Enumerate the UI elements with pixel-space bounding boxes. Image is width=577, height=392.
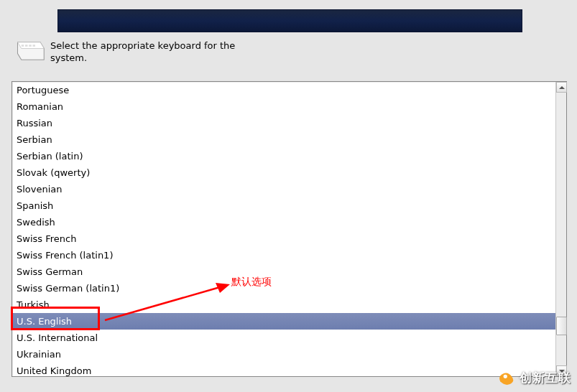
svg-rect-3 xyxy=(25,45,28,47)
keyboard-option[interactable]: Swiss French (latin1) xyxy=(12,247,555,263)
keyboard-option[interactable]: Swedish xyxy=(12,214,555,230)
keyboard-option[interactable]: Swiss French xyxy=(12,230,555,247)
keyboard-icon xyxy=(15,39,45,62)
arrow-up-icon xyxy=(559,86,565,89)
keyboard-option[interactable]: Portuguese xyxy=(12,82,555,98)
keyboard-option[interactable]: Slovenian xyxy=(12,181,555,197)
installer-banner xyxy=(57,9,522,32)
keyboard-option[interactable]: U.S. International xyxy=(12,330,555,346)
scrollbar-thumb[interactable] xyxy=(556,317,567,335)
keyboard-option[interactable]: Serbian xyxy=(12,131,555,148)
instruction-text: Select the appropriate keyboard for the … xyxy=(50,40,237,65)
scroll-up-button[interactable] xyxy=(556,82,567,93)
arrow-down-icon xyxy=(559,370,565,373)
keyboard-list-container: PortugueseRomanianRussianSerbianSerbian … xyxy=(11,81,567,377)
keyboard-list[interactable]: PortugueseRomanianRussianSerbianSerbian … xyxy=(12,82,555,376)
keyboard-option[interactable]: Russian xyxy=(12,115,555,131)
vertical-scrollbar[interactable] xyxy=(555,82,566,376)
svg-rect-2 xyxy=(22,45,24,47)
svg-rect-4 xyxy=(29,45,32,47)
svg-rect-5 xyxy=(33,45,36,47)
keyboard-option[interactable]: Romanian xyxy=(12,98,555,115)
keyboard-option[interactable]: United Kingdom xyxy=(12,363,555,376)
keyboard-option[interactable]: Ukrainian xyxy=(12,346,555,363)
keyboard-option[interactable]: Slovak (qwerty) xyxy=(12,164,555,181)
scroll-down-button[interactable] xyxy=(556,365,567,376)
keyboard-option[interactable]: Swiss German (latin1) xyxy=(12,280,555,297)
keyboard-option[interactable]: Spanish xyxy=(12,197,555,214)
keyboard-option[interactable]: Swiss German xyxy=(12,263,555,280)
keyboard-option[interactable]: Turkish xyxy=(12,297,555,313)
keyboard-option[interactable]: Serbian (latin) xyxy=(12,148,555,164)
keyboard-option[interactable]: U.S. English xyxy=(12,313,555,330)
